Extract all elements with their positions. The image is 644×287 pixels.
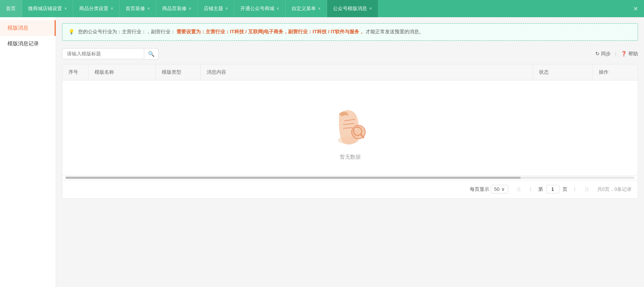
close-icon[interactable]: ×	[369, 6, 372, 11]
last-page-button[interactable]: ⟩⟩	[582, 185, 591, 194]
first-page-button[interactable]: ⟨⟨	[514, 185, 523, 194]
scrollbar-thumb	[65, 177, 521, 179]
nav-tab-store[interactable]: 微商城店铺设置 ×	[22, 0, 73, 17]
search-left: 🔍	[62, 48, 158, 59]
nav-tab-shop[interactable]: 开通公众号商城 ×	[234, 0, 286, 17]
col-header-index: 序号	[62, 64, 89, 80]
close-icon[interactable]: ×	[225, 6, 228, 11]
prev-page-button[interactable]: ⟨	[526, 185, 535, 194]
sidebar-item-template-records-label: 模版消息记录	[7, 40, 39, 46]
chevron-down-icon: ∨	[501, 186, 505, 192]
nav-tab-theme[interactable]: 店铺主题 ×	[198, 0, 234, 17]
search-bar: 🔍 ↻ 同步 | ❓ 帮助	[62, 48, 638, 59]
nav-tab-home[interactable]: 首页	[0, 0, 22, 17]
notice-box: 💡 您的公众号行业为：主营行业：，副营行业： 需要设置为：主营行业：IT科技 /…	[62, 23, 638, 41]
sync-button[interactable]: ↻ 同步	[595, 51, 611, 57]
data-table: 序号 模版名称 模版类型 消息内容 状态 操作	[62, 64, 638, 199]
nav-tab-template[interactable]: 公众号模版消息 ×	[327, 0, 378, 17]
help-button[interactable]: ❓ 帮助	[621, 51, 638, 57]
scrollbar-area[interactable]	[62, 175, 638, 180]
next-page-button[interactable]: ⟩	[570, 185, 579, 194]
nav-tab-theme-label: 店铺主题	[204, 5, 223, 12]
nav-tab-category[interactable]: 商品分类设置 ×	[73, 0, 120, 17]
main-layout: 模版消息 模版消息记录 💡 您的公众号行业为：主营行业：，副营行业： 需要设置为…	[0, 17, 644, 287]
nav-tab-product-label: 商品页装修	[162, 5, 187, 12]
page-size-value: 50	[494, 186, 499, 192]
close-icon[interactable]: ×	[277, 6, 279, 11]
scrollbar-track	[65, 177, 635, 179]
help-icon: ❓	[621, 51, 627, 57]
notice-suffix: 才能正常发送预置的消息。	[366, 29, 424, 34]
top-nav: 首页 微商城店铺设置 × 商品分类设置 × 首页装修 × 商品页装修 × 店铺主…	[0, 0, 644, 17]
nav-tab-menu[interactable]: 自定义菜单 ×	[286, 0, 327, 17]
sync-icon: ↻	[595, 51, 600, 57]
nav-tab-menu-label: 自定义菜单	[292, 5, 316, 12]
nav-tab-home-label: 首页	[6, 5, 16, 12]
page-go-label: 第	[538, 186, 543, 193]
content-area: 💡 您的公众号行业为：主营行业：，副营行业： 需要设置为：主营行业：IT科技 /…	[56, 17, 644, 287]
empty-text: 暂无数据	[340, 154, 361, 161]
sync-label: 同步	[601, 51, 611, 57]
search-input[interactable]	[62, 48, 144, 59]
page-label: 页	[563, 186, 567, 193]
nav-tab-shop-label: 开通公众号商城	[240, 5, 274, 12]
col-header-action: 操作	[593, 64, 638, 80]
nav-tab-homepage-label: 首页装修	[126, 5, 145, 12]
nav-tab-category-label: 商品分类设置	[79, 5, 108, 12]
bulb-icon: 💡	[68, 29, 74, 34]
close-icon[interactable]: ×	[111, 6, 113, 11]
page-size-selector: 每页显示 50 ∨	[470, 185, 508, 193]
notice-highlight: 需要设置为：主营行业：IT科技 / 互联网|电子商务，副营行业：IT科技 / I…	[176, 29, 364, 34]
nav-tab-store-label: 微商城店铺设置	[28, 5, 62, 12]
search-right: ↻ 同步 | ❓ 帮助	[595, 51, 638, 57]
sidebar: 模版消息 模版消息记录	[0, 17, 56, 287]
pagination: 每页显示 50 ∨ ⟨⟨ ⟨ 第 页 ⟩ ⟩⟩ 共0页，0条记录	[62, 180, 638, 198]
col-header-type: 模版类型	[156, 64, 201, 80]
close-all-button[interactable]: ✕	[627, 5, 644, 12]
col-header-content: 消息内容	[201, 64, 533, 80]
help-label: 帮助	[628, 51, 638, 57]
search-icon: 🔍	[148, 51, 154, 57]
col-header-status: 状态	[533, 64, 593, 80]
nav-tab-homepage[interactable]: 首页装修 ×	[120, 0, 156, 17]
page-input[interactable]	[546, 185, 560, 193]
total-info: 共0页，0条记录	[597, 186, 632, 193]
sidebar-item-template[interactable]: 模版消息	[0, 20, 56, 36]
sidebar-item-template-label: 模版消息	[7, 25, 28, 31]
page-size-select[interactable]: 50 ∨	[491, 185, 508, 193]
nav-tab-product[interactable]: 商品页装修 ×	[156, 0, 198, 17]
table-header: 序号 模版名称 模版类型 消息内容 状态 操作	[62, 64, 638, 80]
svg-point-7	[355, 128, 357, 130]
close-icon[interactable]: ×	[189, 6, 191, 11]
page-size-label: 每页显示	[470, 186, 489, 193]
nav-tab-template-label: 公众号模版消息	[333, 5, 367, 12]
sidebar-item-template-records[interactable]: 模版消息记录	[0, 36, 56, 52]
search-button[interactable]: 🔍	[144, 48, 158, 59]
empty-icon	[328, 103, 373, 148]
close-icon[interactable]: ×	[318, 6, 321, 11]
notice-prefix: 您的公众号行业为：主营行业：，副营行业：	[78, 29, 175, 34]
col-header-name: 模版名称	[89, 64, 156, 80]
empty-state: 暂无数据	[62, 80, 638, 175]
close-icon[interactable]: ×	[147, 6, 150, 11]
close-icon[interactable]: ×	[64, 6, 67, 11]
divider: |	[615, 51, 616, 57]
